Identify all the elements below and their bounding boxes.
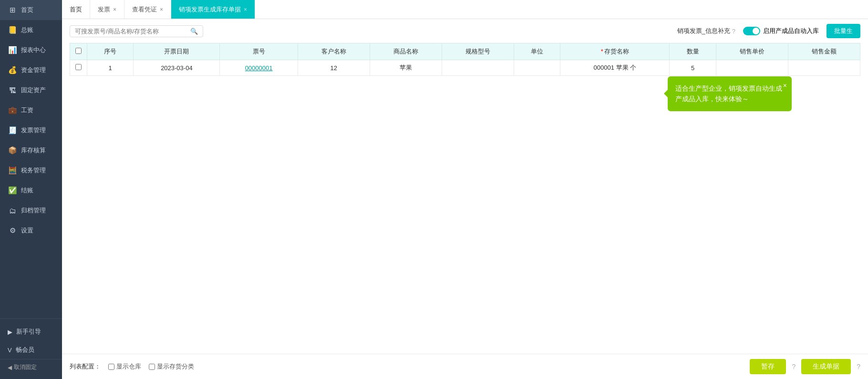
toggle-label: 启用产成品自动入库 — [763, 27, 819, 35]
tab-invoice[interactable]: 发票 × — [90, 0, 124, 19]
table-row: 1 2023-03-04 00000001 12 苹果 000001 苹果 个 … — [70, 60, 860, 76]
search-icon[interactable]: 🔍 — [190, 28, 198, 35]
tab-invoice-label: 发票 — [98, 5, 110, 14]
archive-icon: 🗂 — [8, 207, 17, 215]
th-date: 开票日期 — [134, 43, 220, 60]
config-label: 列表配置： — [70, 362, 101, 371]
search-input[interactable] — [75, 28, 187, 35]
sidebar-item-invoice[interactable]: 🧾 发票管理 — [0, 120, 62, 140]
show-category-text: 显示存货分类 — [157, 362, 194, 371]
sidebar-bottom: ▶ 新手引导 V 畅会员 ◀ 取消固定 — [0, 318, 62, 379]
home-icon: ⊞ — [8, 6, 17, 14]
generate-help-icon[interactable]: ? — [857, 363, 860, 370]
td-seq: 1 — [87, 60, 134, 76]
td-spec — [442, 60, 514, 76]
main-area: 首页 发票 × 查看凭证 × 销项发票生成库存单据 × 🔍 销项发票_信息补充 … — [62, 0, 868, 379]
sidebar-item-tax[interactable]: 🧮 税务管理 — [0, 160, 62, 180]
inventory-icon: 📦 — [8, 146, 17, 155]
sidebar-item-archive[interactable]: 🗂 归档管理 — [0, 200, 62, 221]
sidebar-item-asset[interactable]: 🏗 固定资产 — [0, 80, 62, 100]
toolbar: 🔍 销项发票_信息补充 ? 启用产成品自动入库 批量生 — [62, 19, 868, 43]
td-checkbox — [70, 60, 87, 76]
footer: 列表配置： 显示仓库 显示存货分类 暂存 ? 生成单据 ? — [62, 354, 868, 379]
tooltip-text: 适合生产型企业，销项发票自动生成产成品入库，快来体验～ — [675, 84, 782, 103]
invoice-icon: 🧾 — [8, 126, 17, 135]
sidebar-item-vip[interactable]: V 畅会员 — [0, 341, 62, 359]
show-category-label[interactable]: 显示存货分类 — [149, 362, 194, 371]
td-unit — [514, 60, 560, 76]
tab-home[interactable]: 首页 — [62, 0, 90, 19]
save-help-icon[interactable]: ? — [792, 363, 796, 370]
invoice-num-link[interactable]: 00000001 — [245, 64, 273, 72]
auto-inbound-toggle[interactable] — [743, 27, 760, 35]
show-warehouse-label[interactable]: 显示仓库 — [108, 362, 141, 371]
info-help-icon[interactable]: ? — [732, 28, 735, 35]
sidebar-item-label: 固定资产 — [21, 86, 46, 95]
sidebar-item-label: 总账 — [21, 26, 33, 34]
show-category-checkbox[interactable] — [149, 364, 155, 370]
save-button[interactable]: 暂存 — [750, 359, 786, 374]
th-qty: 数量 — [670, 43, 716, 60]
sidebar-item-labor[interactable]: 💼 工资 — [0, 100, 62, 120]
sidebar-item-checkout[interactable]: ✅ 结账 — [0, 180, 62, 200]
tab-voucher[interactable]: 查看凭证 × — [124, 0, 171, 19]
info-label: 销项发票_信息补充 ? — [677, 27, 735, 35]
sidebar-item-ledger[interactable]: 📒 总账 — [0, 20, 62, 40]
data-table: 序号 开票日期 票号 客户名称 商品名称 规格型号 单位 *存货名称 数量 销售… — [70, 43, 860, 76]
sidebar-item-label: 设置 — [21, 226, 33, 235]
tax-icon: 🧮 — [8, 166, 17, 175]
tooltip-box: × 适合生产型企业，销项发票自动生成产成品入库，快来体验～ — [668, 76, 792, 111]
td-inventory: 000001 苹果 个 — [560, 60, 670, 76]
unfix-icon: ◀ — [8, 364, 12, 371]
th-seq: 序号 — [87, 43, 134, 60]
td-amount — [788, 60, 860, 76]
th-customer: 客户名称 — [298, 43, 370, 60]
tab-home-label: 首页 — [70, 5, 82, 14]
sidebar-item-label: 税务管理 — [21, 166, 46, 175]
sidebar-item-label: 库存核算 — [21, 146, 46, 155]
th-amount: 销售金额 — [788, 43, 860, 60]
generate-button[interactable]: 生成单据 — [801, 359, 851, 374]
unfix-button[interactable]: ◀ 取消固定 — [0, 359, 62, 375]
fund-icon: 💰 — [8, 66, 17, 74]
sidebar-item-newguide[interactable]: ▶ 新手引导 — [0, 323, 62, 341]
sidebar-item-report[interactable]: 📊 报表中心 — [0, 40, 62, 60]
sidebar-item-home[interactable]: ⊞ 首页 — [0, 0, 62, 20]
sidebar-item-fund[interactable]: 💰 资金管理 — [0, 60, 62, 80]
footer-right: 暂存 ? 生成单据 ? — [750, 359, 860, 374]
sidebar-item-label: 新手引导 — [16, 327, 41, 336]
row-checkbox[interactable] — [75, 64, 82, 70]
sidebar-item-label: 资金管理 — [21, 66, 46, 74]
sidebar-item-settings[interactable]: ⚙ 设置 — [0, 221, 62, 241]
newguide-icon: ▶ — [8, 328, 12, 336]
sidebar-item-label: 发票管理 — [21, 126, 46, 135]
tab-invoice-close[interactable]: × — [113, 6, 116, 13]
content-area: 🔍 销项发票_信息补充 ? 启用产成品自动入库 批量生 — [62, 19, 868, 379]
asset-icon: 🏗 — [8, 86, 17, 95]
show-warehouse-checkbox[interactable] — [108, 364, 114, 370]
search-box[interactable]: 🔍 — [70, 25, 203, 37]
batch-button[interactable]: 批量生 — [827, 24, 860, 38]
toggle-switch: 启用产成品自动入库 — [743, 27, 819, 35]
ledger-icon: 📒 — [8, 26, 17, 34]
select-all-checkbox[interactable] — [75, 48, 82, 54]
tab-voucher-label: 查看凭证 — [132, 5, 157, 14]
tab-voucher-close[interactable]: × — [160, 6, 163, 13]
show-warehouse-text: 显示仓库 — [116, 362, 141, 371]
footer-left: 列表配置： 显示仓库 显示存货分类 — [70, 362, 194, 371]
th-inventory: *存货名称 — [560, 43, 670, 60]
tab-cancellation-label: 销项发票生成库存单据 — [179, 5, 241, 14]
table-header-row: 序号 开票日期 票号 客户名称 商品名称 规格型号 单位 *存货名称 数量 销售… — [70, 43, 860, 60]
tooltip-close-icon[interactable]: × — [783, 80, 787, 91]
sidebar-item-label: 首页 — [21, 6, 33, 14]
sidebar-item-inventory[interactable]: 📦 库存核算 — [0, 140, 62, 160]
td-product: 苹果 — [370, 60, 442, 76]
unfix-label: 取消固定 — [14, 363, 37, 371]
sidebar: ⊞ 首页 📒 总账 📊 报表中心 💰 资金管理 🏗 固定资产 💼 工资 🧾 发票… — [0, 0, 62, 379]
th-num: 票号 — [220, 43, 298, 60]
tab-bar: 首页 发票 × 查看凭证 × 销项发票生成库存单据 × — [62, 0, 868, 19]
tab-cancellation-close[interactable]: × — [244, 6, 247, 13]
tab-cancellation[interactable]: 销项发票生成库存单据 × — [171, 0, 255, 19]
td-date: 2023-03-04 — [134, 60, 220, 76]
th-unit-price: 销售单价 — [716, 43, 788, 60]
